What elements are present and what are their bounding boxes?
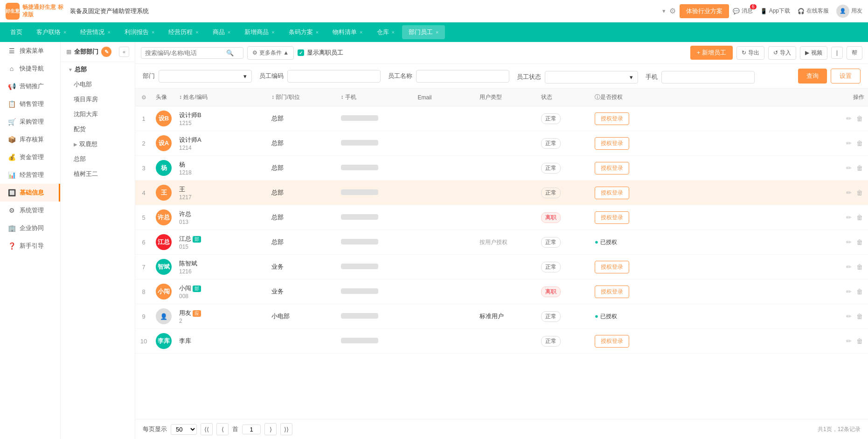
delete-icon[interactable]: 🗑: [856, 139, 863, 147]
edit-icon[interactable]: ✏: [846, 115, 852, 122]
show-former-wrap[interactable]: ✓ 显示离职员工: [298, 49, 343, 57]
edit-icon[interactable]: ✏: [846, 189, 852, 196]
search-input[interactable]: [145, 49, 224, 56]
nav-item-bom[interactable]: 物料清单 ×: [326, 25, 369, 39]
next-page-btn[interactable]: ⟩: [264, 423, 277, 435]
export-btn[interactable]: ↻ 导出: [736, 46, 764, 60]
nav-item-employees[interactable]: 部门员工 ×: [402, 25, 445, 39]
nav-item-add-goods[interactable]: 新增商品 ×: [238, 25, 281, 39]
authorize-btn[interactable]: 授权登录: [595, 286, 629, 298]
sidebar-item-marketing[interactable]: 📢 营销推广: [0, 77, 60, 95]
nav-item-profit[interactable]: 利润报告 ×: [118, 25, 161, 39]
sidebar-item-search[interactable]: ☰ 搜索菜单: [0, 42, 60, 60]
nav-close-goods[interactable]: ×: [228, 29, 230, 35]
emp-name-input[interactable]: [416, 70, 509, 83]
authorize-btn[interactable]: 授权登录: [595, 137, 629, 150]
nav-item-home[interactable]: 首页: [4, 25, 29, 39]
sidebar-item-purchase[interactable]: 🛒 采购管理: [0, 113, 60, 131]
settings-btn[interactable]: 设置: [831, 69, 861, 84]
col-header-phone[interactable]: ↕ 手机: [337, 89, 414, 106]
delete-icon[interactable]: 🗑: [856, 164, 863, 172]
show-former-checkbox[interactable]: ✓: [298, 49, 304, 56]
sidebar-item-quick-nav[interactable]: ⌂ 快捷导航: [0, 60, 60, 77]
search-input-wrap[interactable]: 🔍: [141, 47, 243, 59]
dept-collapse-btn[interactable]: «: [119, 47, 129, 57]
sidebar-item-basic-info[interactable]: 🔲 基础信息: [0, 184, 60, 202]
dept-item-shuanglu[interactable]: ▶双鹿想: [61, 137, 135, 152]
edit-icon[interactable]: ✏: [846, 214, 852, 221]
nav-item-operations[interactable]: 经营情况 ×: [74, 25, 117, 39]
nav-close-customer[interactable]: ×: [63, 29, 66, 35]
dept-item-general[interactable]: 总部: [61, 152, 135, 167]
edit-icon[interactable]: ✏: [846, 164, 852, 172]
nav-close-bom[interactable]: ×: [360, 29, 362, 35]
authorize-btn[interactable]: 授权登录: [595, 112, 629, 125]
edit-icon[interactable]: ✏: [846, 238, 852, 246]
gear-icon[interactable]: ⚙: [669, 7, 676, 15]
sidebar-item-operations-mgmt[interactable]: 📊 经营管理: [0, 166, 60, 184]
delete-icon[interactable]: 🗑: [856, 263, 863, 271]
query-btn[interactable]: 查询: [798, 69, 827, 84]
nav-item-goods[interactable]: 商品 ×: [206, 25, 237, 39]
nav-item-history[interactable]: 经营历程 ×: [162, 25, 205, 39]
authorize-btn[interactable]: 授权登录: [595, 261, 629, 273]
edit-icon[interactable]: ✏: [846, 313, 852, 320]
nav-close-barcode[interactable]: ×: [316, 29, 319, 35]
authorize-btn[interactable]: 授权登录: [595, 211, 629, 224]
view-btn[interactable]: ▶ 视频: [800, 46, 827, 60]
extra-btn[interactable]: 帮: [847, 46, 862, 60]
last-page-btn[interactable]: ⟩⟩: [280, 423, 292, 435]
delete-icon[interactable]: 🗑: [856, 189, 863, 196]
sidebar-item-finance[interactable]: 💰 资金管理: [0, 148, 60, 166]
app-download-btn[interactable]: 📱 App下载: [760, 7, 790, 15]
dept-item-head[interactable]: ▼ 总部: [61, 62, 135, 77]
edit-icon[interactable]: ✏: [846, 337, 852, 345]
delete-icon[interactable]: 🗑: [856, 238, 863, 246]
user-menu[interactable]: 👤 用友: [836, 5, 862, 18]
settings-col-icon[interactable]: ⚙: [141, 94, 146, 101]
dept-item-project-room[interactable]: 项目库房: [61, 92, 135, 107]
nav-close-profit[interactable]: ×: [152, 29, 154, 35]
add-employee-btn[interactable]: + 新增员工: [690, 46, 733, 60]
trial-btn[interactable]: 体验行业方案: [680, 4, 729, 18]
sidebar-item-guide[interactable]: ❓ 新手引导: [0, 237, 60, 255]
col-header-dept[interactable]: ↕ 部门/职位: [268, 89, 337, 106]
edit-icon[interactable]: ✏: [846, 263, 852, 271]
nav-close-add-goods[interactable]: ×: [271, 29, 274, 35]
dept-select[interactable]: ▾: [159, 70, 252, 83]
authorize-btn[interactable]: 授权登录: [595, 335, 629, 348]
page-number-input[interactable]: [242, 425, 261, 434]
delete-icon[interactable]: 🗑: [856, 288, 863, 295]
message-btn[interactable]: 💬 消息 6: [733, 7, 753, 15]
dept-item-distribution[interactable]: 配货: [61, 122, 135, 137]
nav-close-warehouse[interactable]: ×: [392, 29, 395, 35]
nav-item-customer[interactable]: 客户联络 ×: [30, 25, 73, 39]
emp-code-input[interactable]: [287, 70, 381, 83]
dept-item-shenyang[interactable]: 沈阳大库: [61, 107, 135, 122]
edit-icon[interactable]: ✏: [846, 288, 852, 295]
online-service-btn[interactable]: 🎧 在线客服: [798, 7, 829, 15]
sidebar-item-sales[interactable]: 📋 销售管理: [0, 95, 60, 113]
dropdown-icon[interactable]: ▾: [662, 7, 666, 14]
edit-icon[interactable]: ✏: [846, 139, 852, 147]
phone-input[interactable]: [661, 71, 755, 84]
sidebar-item-enterprise[interactable]: 🏢 企业协同: [0, 219, 60, 237]
help-btn[interactable]: |: [831, 47, 843, 59]
dept-all-btn[interactable]: ✎: [101, 47, 111, 57]
authorize-btn[interactable]: 授权登录: [595, 187, 629, 199]
emp-status-select[interactable]: ▾: [545, 71, 638, 84]
dept-item-small-elec[interactable]: 小电部: [61, 77, 135, 92]
more-filter-btn[interactable]: ⚙ 更多条件 ▲: [247, 46, 294, 60]
nav-item-warehouse[interactable]: 仓库 ×: [370, 25, 401, 39]
authorize-btn[interactable]: 授权登录: [595, 162, 629, 174]
delete-icon[interactable]: 🗑: [856, 337, 863, 345]
dept-item-zhishu[interactable]: 植树王二: [61, 167, 135, 181]
delete-icon[interactable]: 🗑: [856, 214, 863, 221]
nav-close-employees[interactable]: ×: [436, 29, 438, 35]
nav-item-barcode[interactable]: 条码方案 ×: [282, 25, 325, 39]
col-header-name[interactable]: ↕ 姓名/编码: [175, 89, 268, 106]
nav-close-operations[interactable]: ×: [107, 29, 110, 35]
page-size-select[interactable]: 50 20 100: [171, 424, 197, 435]
prev-page-btn[interactable]: ⟨: [216, 423, 229, 435]
first-page-btn[interactable]: ⟨⟨: [201, 423, 213, 435]
